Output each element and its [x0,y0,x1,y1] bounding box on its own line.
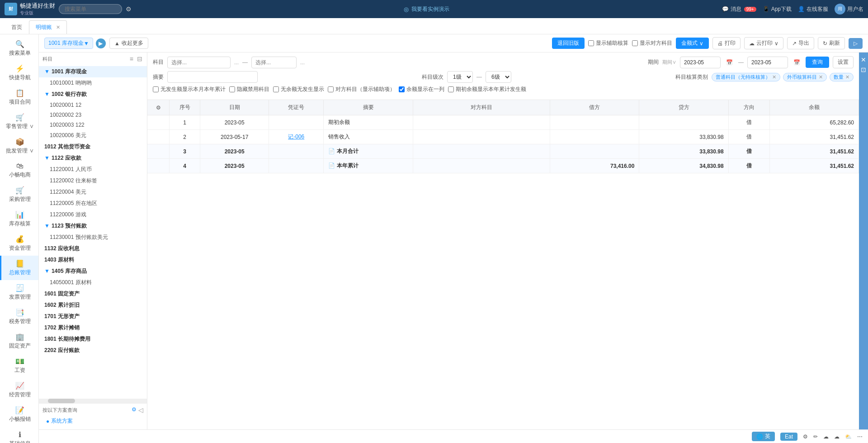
export-btn[interactable]: ↗ 导出 [787,37,814,49]
sidebar-item-ledger[interactable]: 📒 总账管理 [0,256,38,280]
message-item[interactable]: 💬 消息 99+ [722,5,756,13]
cb-opening-input[interactable] [448,86,454,92]
sidebar-item-quicknav[interactable]: ⚡ 快捷导航 [0,61,38,85]
tree-item-10020006[interactable]: 10020006 美元 [39,130,147,141]
cb-hide-disabled-input[interactable] [229,86,235,92]
sidebar-item-tax[interactable]: 📑 税务管理 [0,305,38,329]
demo-link[interactable]: 我要看实例演示 [411,5,449,13]
online-service-item[interactable]: 👤 在线客服 [798,5,828,13]
tree-item-10020002[interactable]: 10020002 23 [39,110,147,120]
show-auxiliary-checkbox[interactable] [588,40,594,46]
tree-list-btn[interactable]: ≡ [129,54,134,63]
settings-bottom-icon[interactable]: ⚙ [803,433,808,440]
cb-opening[interactable]: 期初余额显示本年累计发生额 [448,86,526,93]
tree-item-1702[interactable]: 1702 累计摊销 [39,322,147,333]
sidebar-item-search[interactable]: 🔍 搜索菜单 [0,36,38,61]
refresh-btn[interactable]: ↻ 刷新 [818,37,845,49]
sidebar-item-operations[interactable]: 📈 经营管理 [0,378,38,402]
tree-item-2202[interactable]: 2202 应付账款 [39,345,147,356]
show-auxiliary-check[interactable]: 显示辅助核算 [588,39,628,47]
tree-item-10020001[interactable]: 10020001 12 [39,100,147,110]
cloud-bottom-icon[interactable]: ☁ [823,433,829,440]
period-start[interactable] [680,57,721,68]
tree-collapse-btn[interactable]: ⊟ [136,54,143,63]
tree-scrollbar[interactable] [39,399,147,403]
nav-forward-btn[interactable]: ▶ [96,38,106,48]
tree-item-14050001[interactable]: 14050001 原材料 [39,277,147,288]
search-btn[interactable]: 查询 [806,57,829,68]
return-old-btn[interactable]: 退回旧版 [552,38,585,49]
tree-item-11220004[interactable]: 11220004 美元 [39,186,147,198]
tree-item-1123[interactable]: ▼1123 预付账款 [39,220,147,232]
cb-hide-disabled[interactable]: 隐藏禁用科目 [229,86,269,93]
edge-close-btn[interactable]: ✕ [861,56,866,63]
collapse-right-btn[interactable]: ▷ [849,38,863,49]
tab-detail[interactable]: 明细账 ✕ [29,20,67,34]
eat-btn[interactable]: Eat [780,433,797,441]
sidebar-item-basic[interactable]: ℹ 基础信息 [0,427,38,443]
tree-item-1122[interactable]: ▼1122 应收款 [39,152,147,164]
tree-item-11220005[interactable]: 11220005 所在地区 [39,198,147,209]
cb-no-balance[interactable]: 无余额无发生显示 [273,86,324,93]
subject-input[interactable] [167,57,231,68]
voucher-link[interactable]: 记-006 [288,133,304,140]
tree-item-11220001[interactable]: 11220001 人民币 [39,164,147,175]
sidebar-item-capital[interactable]: 💰 资金管理 [0,231,38,256]
tab-home[interactable]: 首页 [5,20,29,34]
sidebar-item-expense[interactable]: 📝 小畅报销 [0,402,38,427]
cb-balance-col-input[interactable] [399,86,405,92]
sidebar-item-inventory[interactable]: 📊 库存核算 [0,207,38,231]
filter-tag-normal-close[interactable]: ✕ [772,74,776,80]
sidebar-item-salary[interactable]: 💵 工资 [0,353,38,378]
gear-button[interactable]: ⚙ [126,5,132,13]
tree-item-1002[interactable]: ▼1002 银行存款 [39,89,147,100]
cb-no-debit[interactable]: 无发生额显示本月本年累计 [153,86,226,93]
sidebar-item-ecom[interactable]: 🛍 小畅电商 [0,158,38,182]
subject-end-input[interactable] [251,57,297,68]
tree-item-11220002[interactable]: 11220002 往来标签 [39,175,147,186]
sidebar-item-assets[interactable]: 🏢 固定资产 [0,329,38,353]
show-opposite-checkbox[interactable] [632,40,638,46]
tree-item-10010001[interactable]: 10010001 哟哟哟 [39,77,147,89]
system-scheme-btn[interactable]: ● 系统方案 [42,415,143,427]
tree-item-1012[interactable]: 1012 其他货币资金 [39,141,147,152]
table-gear-icon[interactable]: ⚙ [156,105,161,111]
scheme-collapse-btn[interactable]: ◁ [138,406,143,414]
level-end-select[interactable]: 6级 [486,71,511,83]
edit-icon[interactable]: ✏ [813,433,818,440]
tree-item-1601[interactable]: 1601 固定资产 [39,288,147,300]
filter-tag-quantity-close[interactable]: ✕ [845,74,849,80]
amount-style-btn[interactable]: 金额式 ∨ [676,38,709,49]
demo-link-area[interactable]: ◎ 我要看实例演示 [404,5,449,13]
tree-item-11230001[interactable]: 11230001 预付账款美元 [39,232,147,243]
tree-item-1405[interactable]: ▼1405 库存商品 [39,266,147,277]
print-btn[interactable]: 🖨 打印 [712,37,741,49]
edge-expand-btn[interactable]: ⊡ [861,66,866,73]
show-opposite-check[interactable]: 显示对方科目 [632,39,672,47]
cb-balance-col[interactable]: 余额显示在一列 [399,86,444,93]
cb-opposite[interactable]: 对方科目（显示辅助项） [328,86,395,93]
tree-item-1701[interactable]: 1701 无形资产 [39,311,147,322]
cb-no-debit-input[interactable] [153,86,159,92]
tree-item-1801[interactable]: 1801 长期待摊费用 [39,333,147,345]
sidebar-item-purchase[interactable]: 🛒 采购管理 [0,182,38,207]
cb-opposite-input[interactable] [328,86,334,92]
expand-btn[interactable]: ▲ 收起更多 [109,38,148,49]
tree-item-1403[interactable]: 1403 原材料 [39,254,147,266]
cb-no-balance-input[interactable] [273,86,279,92]
app-download-item[interactable]: 📱 App下载 [763,5,792,13]
filter-tag-foreign-close[interactable]: ✕ [819,74,823,80]
user-item[interactable]: 用 用户名 [835,4,863,14]
tree-item-1001[interactable]: ▼1001 库存现金 [39,66,147,77]
sidebar-item-retail[interactable]: 🛒 零售管理 ∨ [0,110,38,134]
cloud3-icon[interactable]: ⛅ [845,433,852,440]
level-start-select[interactable]: 1级 [447,71,473,83]
sidebar-item-wholesale[interactable]: 📦 批发管理 ∨ [0,134,38,158]
cloud2-icon[interactable]: ☁ [834,433,840,440]
tree-item-1132[interactable]: 1132 应收利息 [39,243,147,254]
query-settings-btn[interactable]: 设置 [833,56,854,68]
tree-item-10020003[interactable]: 10020003 122 [39,120,147,130]
lang-btn[interactable]: 🌐 英 [752,432,775,441]
menu-search-input[interactable] [59,4,122,14]
cloud-print-btn[interactable]: ☁ 云打印 ∨ [744,37,783,49]
